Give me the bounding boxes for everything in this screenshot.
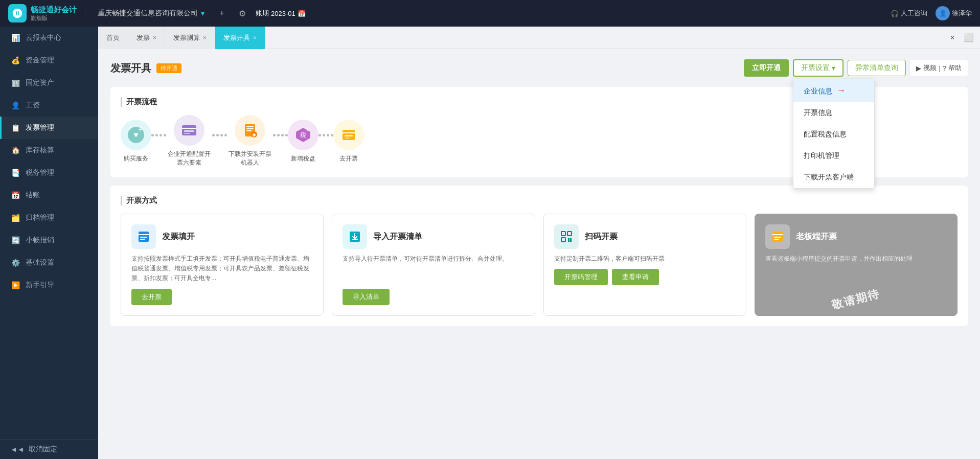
- dropdown-item-download-client[interactable]: 下载开票客户端: [793, 167, 874, 188]
- gear-icon: ⚙️: [10, 258, 20, 268]
- connector1: [151, 134, 166, 136]
- svg-rect-18: [345, 135, 353, 136]
- svg-rect-26: [561, 232, 565, 236]
- sidebar-item-settings[interactable]: ⚙️ 基础设置: [0, 251, 98, 274]
- sidebar-item-guide[interactable]: ▶️ 新手引导: [0, 274, 98, 296]
- sidebar-item-inventory[interactable]: 🏠 库存核算: [0, 139, 98, 162]
- flow-step-2: 企业开通配置开票六要素: [166, 115, 212, 167]
- chevron-down-icon: ▾: [201, 9, 204, 17]
- page-title: 发票开具: [110, 61, 151, 75]
- svg-rect-27: [567, 232, 572, 236]
- dropdown-item-printer[interactable]: 打印机管理: [793, 145, 874, 167]
- inventory-icon: 🏠: [10, 145, 20, 155]
- arrow-icon: →: [836, 85, 846, 96]
- svg-rect-36: [774, 239, 779, 240]
- import-icon: [343, 224, 367, 249]
- step2-label: 企业开通配置开票六要素: [166, 150, 212, 167]
- svg-rect-10: [246, 130, 252, 131]
- svg-text:+: +: [138, 126, 142, 133]
- logo-sub: 旗舰版: [31, 14, 77, 22]
- boss-desc: 查看老板端小程序提交的开票申请，并作出相应的处理: [765, 254, 947, 264]
- scan-icon: [554, 224, 579, 249]
- sidebar-item-archive[interactable]: 🗂️ 归档管理: [0, 206, 98, 229]
- chevron-down-icon: ▾: [832, 64, 835, 72]
- sidebar-item-report[interactable]: 🔄 小畅报销: [0, 229, 98, 251]
- tab-close-icon[interactable]: ×: [203, 34, 207, 41]
- question-icon: ?: [943, 64, 946, 72]
- activate-btn[interactable]: 立即开通: [744, 59, 789, 77]
- method-cards: 发票填开 支持按照发票样式手工填开发票；可开具增值税电子普通发票、增值税普通发票…: [121, 214, 958, 316]
- dropdown-item-company-info[interactable]: 企业信息 →: [793, 79, 874, 102]
- pin-icon: ◄◄: [10, 445, 25, 453]
- sidebar-label: 小畅报销: [26, 236, 54, 245]
- svg-text:♥: ♥: [133, 130, 139, 139]
- svg-text:☻: ☻: [252, 132, 257, 137]
- top-right-actions: 🎧 人工咨询 👤 徐泽华: [891, 6, 972, 20]
- tab-bar: 首页 发票 × 发票测算 × 发票开具 × × ⬜: [98, 27, 980, 49]
- close-all-tabs-btn[interactable]: ×: [945, 31, 960, 45]
- sidebar-item-fixed-asset[interactable]: 🏢 固定资产: [0, 72, 98, 94]
- tab-invoice-test[interactable]: 发票测算 ×: [165, 27, 215, 49]
- tab-close-icon[interactable]: ×: [153, 34, 156, 41]
- svg-rect-30: [570, 238, 572, 240]
- method-card-scan: 扫码开票 支持定制开票二维码，客户端可扫码开票 开票码管理 查看申请: [543, 214, 746, 316]
- invoice-settings-btn[interactable]: 开票设置 ▾: [793, 59, 844, 77]
- step5-icon: [333, 120, 364, 150]
- sidebar-label: 结账: [26, 191, 40, 200]
- svg-rect-5: [184, 130, 194, 132]
- unpin-btn[interactable]: ◄◄ 取消固定: [0, 439, 98, 459]
- exception-list-btn[interactable]: 异常清单查询: [848, 60, 906, 76]
- chart-icon: 📊: [10, 33, 20, 43]
- dropdown-item-invoice-info[interactable]: 开票信息: [793, 102, 874, 124]
- video-btn[interactable]: ▶ 视频 | ? 帮助: [910, 60, 968, 76]
- fill-desc: 支持按照发票样式手工填开发票；可开具增值税电子普通发票、增值税普通发票、增值税专…: [131, 254, 313, 284]
- methods-section-title: 开票方式: [121, 196, 958, 205]
- settle-icon: 📅: [10, 190, 20, 200]
- fill-invoice-btn[interactable]: 去开票: [131, 289, 172, 305]
- user-profile[interactable]: 👤 徐泽华: [936, 6, 972, 20]
- connector2: [212, 134, 227, 136]
- tab-bar-actions: × ⬜: [945, 31, 980, 45]
- maximize-btn[interactable]: ⬜: [962, 31, 976, 45]
- view-apply-btn[interactable]: 查看申请: [612, 269, 659, 285]
- company-selector[interactable]: 重庆畅捷交通信息咨询有限公司 ▾: [94, 7, 209, 20]
- sidebar-item-payroll[interactable]: 👤 工资: [0, 94, 98, 117]
- add-company-btn[interactable]: +: [215, 6, 229, 20]
- tab-home[interactable]: 首页: [98, 27, 128, 49]
- import-list-btn[interactable]: 导入清单: [343, 289, 390, 305]
- sidebar-item-fund[interactable]: 💰 资金管理: [0, 49, 98, 72]
- sidebar-item-tax[interactable]: 📑 税务管理: [0, 162, 98, 184]
- boss-icon: [765, 224, 790, 249]
- sidebar-label: 发票管理: [26, 123, 54, 132]
- settings-btn[interactable]: ⚙: [235, 6, 249, 20]
- import-desc: 支持导入待开票清单，可对待开票清单进行拆分、合并处理。: [343, 254, 524, 264]
- connector4: [318, 134, 333, 136]
- method-card-boss: 老板端开票 查看老板端小程序提交的开票申请，并作出相应的处理 敬请期待: [755, 214, 958, 316]
- page-header: 发票开具 待开通 立即开通 开票设置 ▾: [110, 59, 968, 77]
- dropdown-item-tax-config[interactable]: 配置税盘信息: [793, 124, 874, 145]
- header-actions: 立即开通 开票设置 ▾ 企业信息 →: [744, 59, 968, 77]
- svg-rect-35: [774, 237, 781, 238]
- fill-invoice-icon: [131, 224, 156, 249]
- flow-step-3: ☻ 下载并安装开票机器人: [227, 115, 273, 167]
- sidebar-item-cloud-report[interactable]: 📊 云报表中心: [0, 27, 98, 49]
- human-consult-btn[interactable]: 🎧 人工咨询: [891, 9, 927, 18]
- svg-rect-28: [561, 238, 565, 242]
- flow-step-1: ♥ + 购买服务: [121, 120, 151, 163]
- sidebar-label: 库存核算: [26, 146, 54, 155]
- page-content: 发票开具 待开通 立即开通 开票设置 ▾: [98, 49, 980, 459]
- tab-invoice[interactable]: 发票 ×: [128, 27, 165, 49]
- tab-close-icon[interactable]: ×: [253, 34, 257, 41]
- step2-icon: [174, 115, 204, 146]
- company-name: 重庆畅捷交通信息咨询有限公司: [98, 9, 198, 18]
- sidebar-item-settle[interactable]: 📅 结账: [0, 184, 98, 206]
- scan-title: 扫码开票: [585, 232, 618, 242]
- tab-invoice-open[interactable]: 发票开具 ×: [215, 27, 265, 49]
- qr-manage-btn[interactable]: 开票码管理: [554, 269, 608, 285]
- sidebar-item-invoice[interactable]: 📋 发票管理: [0, 117, 98, 139]
- archive-icon: 🗂️: [10, 213, 20, 223]
- invoice-icon: 📋: [10, 123, 20, 133]
- sidebar-label: 工资: [26, 101, 40, 110]
- svg-text:+: +: [306, 127, 309, 133]
- logo[interactable]: 畅捷通好会计 旗舰版: [8, 4, 77, 22]
